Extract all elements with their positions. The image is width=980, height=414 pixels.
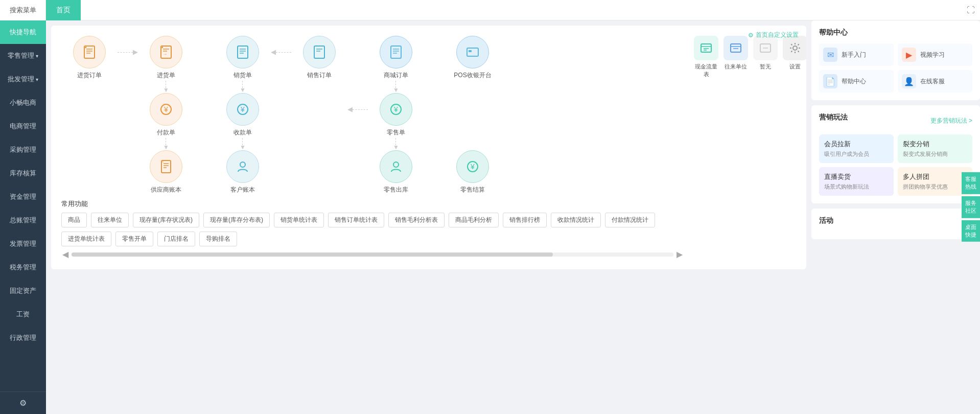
search-menu-btn[interactable]: 搜索菜单 [0, 0, 46, 20]
group-title: 多人拼团 [903, 172, 967, 181]
circle-sales-order [303, 36, 336, 68]
help-item-support[interactable]: 👤 在线客服 [898, 70, 972, 93]
sidebar-item-tax[interactable]: 税务管理 [0, 256, 46, 279]
func-btn-goods-profit[interactable]: 商品毛利分析 [449, 213, 499, 227]
more-marketing-link[interactable]: 更多营销玩法 > [930, 117, 972, 125]
quick-nav-panel: ⚙ 首页自定义设置 [51, 26, 806, 269]
node-purchase-order[interactable]: 进货订单 [61, 36, 118, 80]
sidebar-settings-btn[interactable]: ⚙ [0, 392, 46, 414]
none-icon-box [753, 36, 778, 60]
circle-mall-order [380, 36, 412, 68]
quick-icons-grid: 现金流量表 往来单位 暂无 [694, 36, 796, 78]
quick-icon-settings[interactable]: 设置 [783, 36, 806, 78]
marketing-item-member[interactable]: 会员拉新 吸引用户成为会员 [819, 134, 894, 163]
member-desc: 吸引用户成为会员 [824, 150, 889, 158]
sidebar-item-admin[interactable]: 行政管理 [0, 326, 46, 350]
flow-row-1: 进货订单 ▶ [61, 36, 684, 80]
help-item-beginner[interactable]: ✉ 新手入门 [819, 43, 894, 66]
node-retail-outbound[interactable]: 零售出库 [368, 150, 424, 194]
sidebar-salary-label: 工资 [16, 310, 30, 319]
float-buttons: 客服 热线 服务 社区 桌面 快捷 [962, 172, 980, 242]
svg-text:¥: ¥ [240, 105, 245, 113]
fullscreen-btn[interactable]: ⛶ [967, 6, 975, 15]
label-purchase-bill: 进货单 [157, 71, 175, 80]
sidebar-item-quicknav[interactable]: 快捷导航 [0, 20, 46, 44]
func-btn-contacts[interactable]: 往来单位 [91, 213, 129, 227]
help-center-panel: 帮助中心 ✉ 新手入门 ▶ 视频学习 📄 帮助中心 👤 在线客服 [811, 20, 980, 100]
scroll-track[interactable] [72, 252, 673, 257]
sidebar-item-inventory[interactable]: 库存核算 [0, 162, 46, 185]
func-btn-receipt-stat[interactable]: 收款情况统计 [551, 213, 601, 227]
func-btn-sales-order-stat[interactable]: 销售订单统计表 [328, 213, 384, 227]
func-btn-purchase-stat[interactable]: 进货单统计表 [61, 232, 111, 246]
node-retail-bill[interactable]: ¥ 零售单 [368, 93, 424, 137]
func-btn-inventory-status[interactable]: 现存量(库存状况表) [133, 213, 199, 227]
node-purchase-bill[interactable]: → 进货单 [138, 36, 194, 80]
node-customer-account[interactable]: 客户账本 [215, 150, 271, 194]
svg-rect-12 [314, 46, 324, 58]
node-sales-order[interactable]: 销售订单 [291, 36, 347, 80]
quick-icon-contacts[interactable]: 往来单位 [724, 36, 748, 78]
func-btn-guide-rank[interactable]: 导购排名 [199, 232, 237, 246]
func-buttons: 商品 往来单位 现存量(库存状况表) 现存量(库存分布表) 销货单统计表 销售订… [61, 213, 684, 246]
help-grid: ✉ 新手入门 ▶ 视频学习 📄 帮助中心 👤 在线客服 [819, 43, 972, 93]
none-label: 暂无 [760, 63, 771, 71]
sidebar-item-invoice[interactable]: 发票管理 [0, 232, 46, 256]
node-retail-settlement[interactable]: ¥ 零售结算 [445, 150, 501, 194]
sidebar-item-ledger[interactable]: 总账管理 [0, 209, 46, 232]
svg-text:¥: ¥ [470, 163, 475, 171]
sidebar-item-ecom-small[interactable]: 小畅电商 [0, 91, 46, 114]
sidebar-item-assets[interactable]: 固定资产 [0, 279, 46, 303]
func-btn-retail-order[interactable]: 零售开单 [115, 232, 153, 246]
helpcenter-icon: 📄 [823, 74, 837, 88]
sidebar-item-ecom[interactable]: 电商管理 [0, 114, 46, 138]
help-item-helpcenter[interactable]: 📄 帮助中心 [819, 70, 894, 93]
scroll-left-btn[interactable]: ◀ [61, 249, 69, 259]
node-mall-order[interactable]: 商城订单 [368, 36, 424, 80]
label-receipt: 收款单 [234, 128, 252, 137]
node-sales-bill[interactable]: 销货单 [215, 36, 271, 80]
sidebar-item-retail[interactable]: 零售管理 ▾ [0, 44, 46, 67]
marketing-grid: 会员拉新 吸引用户成为会员 裂变分销 裂变式发展分销商 直播卖货 场景式购物新玩… [819, 134, 972, 196]
sidebar-item-purchase[interactable]: 采购管理 [0, 138, 46, 162]
support-icon: 👤 [902, 74, 916, 88]
svg-point-34 [393, 162, 399, 167]
node-pos[interactable]: POS收银开台 [445, 36, 501, 80]
sidebar-item-finance[interactable]: 资金管理 [0, 185, 46, 209]
func-btn-payment-stat[interactable]: 付款情况统计 [605, 213, 655, 227]
help-item-video[interactable]: ▶ 视频学习 [898, 43, 972, 66]
quick-icon-cashflow[interactable]: 现金流量表 [694, 36, 718, 78]
label-purchase-order: 进货订单 [77, 71, 102, 80]
label-retail-settle: 零售结算 [460, 186, 485, 194]
v-arrow-payment: ▼ [138, 138, 194, 150]
func-btn-goods[interactable]: 商品 [61, 213, 87, 227]
scroll-right-btn[interactable]: ▶ [675, 249, 684, 259]
func-btn-sales-rank[interactable]: 销售排行榜 [503, 213, 547, 227]
v-arrow-receipt: ▼ [215, 138, 271, 150]
tab-home[interactable]: 首页 [46, 0, 81, 20]
main-layout: 快捷导航 零售管理 ▾ 批发管理 ▾ 小畅电商 电商管理 采购管理 库存核算 资… [0, 20, 980, 414]
func-btn-store-rank[interactable]: 门店排名 [157, 232, 195, 246]
sidebar-item-salary[interactable]: 工资 [0, 303, 46, 326]
helpcenter-label: 帮助中心 [842, 77, 866, 86]
cashflow-label: 现金流量表 [694, 63, 718, 78]
sidebar-assets-label: 固定资产 [10, 286, 36, 295]
marketing-item-fission[interactable]: 裂变分销 裂变式发展分销商 [898, 134, 972, 163]
float-btn-service[interactable]: 客服 热线 [962, 172, 980, 194]
node-receipt[interactable]: ¥ 收款单 [215, 93, 271, 137]
svg-rect-15 [391, 46, 401, 58]
func-btn-inventory-dist[interactable]: 现存量(库存分布表) [203, 213, 270, 227]
float-btn-community[interactable]: 服务 社区 [962, 196, 980, 218]
chevron-down-icon2: ▾ [36, 77, 38, 82]
float-btn-desktop[interactable]: 桌面 快捷 [962, 220, 980, 242]
circle-purchase-order [73, 36, 106, 68]
marketing-item-live[interactable]: 直播卖货 场景式购物新玩法 [819, 167, 894, 196]
node-payment[interactable]: ¥ 付款单 [138, 93, 194, 137]
sidebar-tax-label: 税务管理 [10, 263, 36, 272]
node-supplier-account[interactable]: 供应商账本 [138, 150, 194, 194]
sidebar-item-wholesale[interactable]: 批发管理 ▾ [0, 67, 46, 91]
quick-icon-none[interactable]: 暂无 [753, 36, 778, 78]
home-customize-btn[interactable]: ⚙ 首页自定义设置 [748, 31, 799, 39]
func-btn-sales-stat[interactable]: 销货单统计表 [274, 213, 324, 227]
func-btn-sales-profit[interactable]: 销售毛利分析表 [388, 213, 445, 227]
